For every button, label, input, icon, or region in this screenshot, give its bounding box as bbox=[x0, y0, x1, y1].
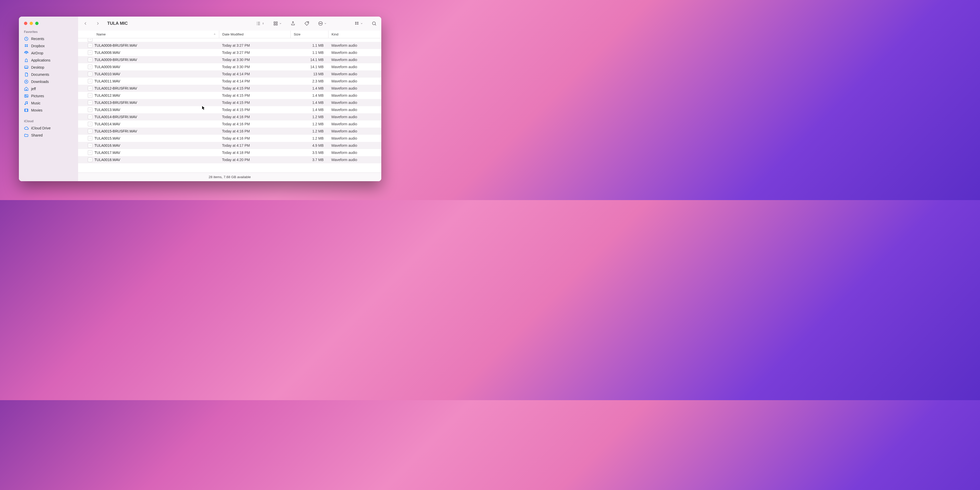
table-row[interactable]: ♪TULA0018.WAVToday at 4:20 PM3.7 MBWavef… bbox=[78, 156, 381, 163]
table-row[interactable]: ♪TULA0012.WAVToday at 4:15 PM1.4 MBWavef… bbox=[78, 92, 381, 99]
sidebar-item-label: Dropbox bbox=[31, 44, 45, 48]
file-kind: Waveform audio bbox=[328, 151, 381, 155]
sidebar-item-movies[interactable]: Movies bbox=[19, 107, 78, 114]
file-kind bbox=[328, 39, 381, 42]
status-text: 28 items, 7.68 GB available bbox=[208, 175, 251, 179]
sidebar-item-airdrop[interactable]: AirDrop bbox=[19, 49, 78, 57]
minimize-button[interactable] bbox=[30, 22, 33, 25]
sidebar-item-label: AirDrop bbox=[31, 51, 43, 55]
sidebar-item-label: jeff bbox=[31, 87, 36, 91]
audio-file-icon: ♪ bbox=[88, 129, 92, 134]
chevron-down-icon bbox=[279, 21, 282, 26]
table-row[interactable]: ♪TULA0016.WAVToday at 4:17 PM4.9 MBWavef… bbox=[78, 142, 381, 149]
table-row[interactable]: ♪TULA0014.WAVToday at 4:16 PM1.2 MBWavef… bbox=[78, 121, 381, 127]
table-row[interactable]: ♪TULA0014-BRUSFRI.WAVToday at 4:16 PM1.2… bbox=[78, 113, 381, 121]
back-button[interactable] bbox=[83, 21, 88, 26]
file-date: Today at 3:30 PM bbox=[219, 65, 290, 69]
svg-rect-6 bbox=[24, 109, 28, 111]
sidebar-item-label: Pictures bbox=[31, 94, 44, 98]
column-header-kind[interactable]: Kind bbox=[328, 30, 381, 38]
table-row[interactable]: ♪TULA0013.WAVToday at 4:15 PM1.4 MBWavef… bbox=[78, 106, 381, 113]
zoom-button[interactable] bbox=[35, 22, 38, 25]
audio-file-icon: ♪ bbox=[88, 50, 92, 55]
shared-folder-icon bbox=[24, 133, 29, 138]
download-icon bbox=[24, 80, 29, 84]
main-pane: TULA MIC bbox=[78, 17, 381, 181]
window-title: TULA MIC bbox=[107, 21, 128, 26]
table-row[interactable]: ♪TULA0015-BRUSFRI.WAVToday at 4:16 PM1.2… bbox=[78, 127, 381, 135]
file-name: TULA0015.WAV bbox=[94, 136, 120, 140]
file-list[interactable]: ♪ ♪TULA0008-BRUSFRI.WAVToday at 3:27 PM1… bbox=[78, 38, 381, 172]
sidebar-item-icloud-drive[interactable]: iCloud Drive bbox=[19, 124, 78, 132]
file-name: TULA0014-BRUSFRI.WAV bbox=[94, 115, 137, 119]
sidebar-item-downloads[interactable]: Downloads bbox=[19, 78, 78, 85]
file-date: Today at 3:27 PM bbox=[219, 43, 290, 48]
group-by-button[interactable] bbox=[273, 21, 282, 26]
sidebar-item-label: Desktop bbox=[31, 65, 44, 69]
file-name: TULA0013-BRUSFRI.WAV bbox=[94, 100, 137, 105]
column-header-date[interactable]: Date Modified bbox=[219, 30, 290, 38]
tags-button[interactable] bbox=[304, 21, 309, 26]
sidebar-item-music[interactable]: Music bbox=[19, 100, 78, 107]
sidebar-item-shared[interactable]: Shared bbox=[19, 132, 78, 139]
forward-button[interactable] bbox=[95, 21, 100, 26]
file-date: Today at 4:15 PM bbox=[219, 108, 290, 112]
file-name: TULA0008.WAV bbox=[94, 51, 120, 55]
file-name: TULA0010.WAV bbox=[94, 72, 120, 76]
svg-point-11 bbox=[307, 22, 308, 23]
file-name: TULA0009.WAV bbox=[94, 65, 120, 69]
pictures-icon bbox=[24, 94, 29, 98]
file-kind: Waveform audio bbox=[328, 143, 381, 148]
close-button[interactable] bbox=[24, 22, 27, 25]
audio-file-icon: ♪ bbox=[88, 93, 92, 98]
table-row[interactable]: ♪TULA0009-BRUSFRI.WAVToday at 3:30 PM14.… bbox=[78, 56, 381, 63]
table-row[interactable]: ♪TULA0011.WAVToday at 4:14 PM2.3 MBWavef… bbox=[78, 78, 381, 85]
dropbox-toolbar-button[interactable] bbox=[354, 21, 363, 26]
file-size: 14.1 MB bbox=[290, 65, 328, 69]
clock-icon bbox=[24, 37, 29, 41]
audio-file-icon: ♪ bbox=[88, 107, 92, 112]
column-header-label: Size bbox=[294, 32, 301, 36]
sidebar-item-recents[interactable]: Recents bbox=[19, 35, 78, 42]
sidebar: Favorites Recents Dropbox AirDrop Applic… bbox=[19, 17, 78, 181]
column-header-name[interactable]: Name bbox=[78, 32, 219, 36]
sidebar-item-desktop[interactable]: Desktop bbox=[19, 64, 78, 71]
svg-rect-9 bbox=[274, 24, 275, 25]
file-name: TULA0015-BRUSFRI.WAV bbox=[94, 129, 137, 133]
table-row[interactable]: ♪TULA0012-BRUSFRI.WAVToday at 4:15 PM1.4… bbox=[78, 85, 381, 92]
column-header-size[interactable]: Size bbox=[290, 30, 328, 38]
table-row[interactable]: ♪TULA0017.WAVToday at 4:18 PM3.5 MBWavef… bbox=[78, 149, 381, 156]
share-button[interactable] bbox=[290, 21, 296, 26]
sidebar-item-applications[interactable]: Applications bbox=[19, 57, 78, 64]
sidebar-item-pictures[interactable]: Pictures bbox=[19, 92, 78, 100]
action-menu-button[interactable] bbox=[318, 21, 327, 26]
table-row[interactable]: ♪TULA0010.WAVToday at 4:14 PM13 MBWavefo… bbox=[78, 70, 381, 78]
file-kind: Waveform audio bbox=[328, 58, 381, 62]
table-row[interactable]: ♪ bbox=[78, 38, 381, 42]
sidebar-item-home[interactable]: jeff bbox=[19, 85, 78, 92]
audio-file-icon: ♪ bbox=[88, 43, 92, 48]
file-size: 1.2 MB bbox=[290, 115, 328, 119]
table-row[interactable]: ♪TULA0015.WAVToday at 4:16 PM1.2 MBWavef… bbox=[78, 135, 381, 142]
view-mode-list-button[interactable] bbox=[256, 21, 264, 26]
applications-icon bbox=[24, 58, 29, 62]
search-button[interactable] bbox=[372, 21, 377, 26]
table-row[interactable]: ♪TULA0008-BRUSFRI.WAVToday at 3:27 PM1.1… bbox=[78, 42, 381, 49]
svg-point-1 bbox=[26, 52, 27, 54]
table-row[interactable]: ♪TULA0013-BRUSFRI.WAVToday at 4:15 PM1.4… bbox=[78, 99, 381, 106]
table-row[interactable]: ♪TULA0009.WAVToday at 3:30 PM14.1 MBWave… bbox=[78, 63, 381, 70]
file-date: Today at 4:18 PM bbox=[219, 151, 290, 155]
file-name: TULA0008-BRUSFRI.WAV bbox=[94, 43, 137, 48]
file-kind: Waveform audio bbox=[328, 115, 381, 119]
svg-point-15 bbox=[321, 23, 322, 24]
audio-file-icon: ♪ bbox=[88, 158, 92, 162]
audio-file-icon: ♪ bbox=[88, 136, 92, 141]
sidebar-item-dropbox[interactable]: Dropbox bbox=[19, 42, 78, 49]
audio-file-icon: ♪ bbox=[88, 143, 92, 148]
file-kind: Waveform audio bbox=[328, 79, 381, 83]
table-row[interactable]: ♪TULA0008.WAVToday at 3:27 PM1.1 MBWavef… bbox=[78, 49, 381, 56]
file-name: TULA0009-BRUSFRI.WAV bbox=[94, 58, 137, 62]
file-kind: Waveform audio bbox=[328, 43, 381, 48]
audio-file-icon: ♪ bbox=[88, 72, 92, 76]
sidebar-item-documents[interactable]: Documents bbox=[19, 71, 78, 78]
